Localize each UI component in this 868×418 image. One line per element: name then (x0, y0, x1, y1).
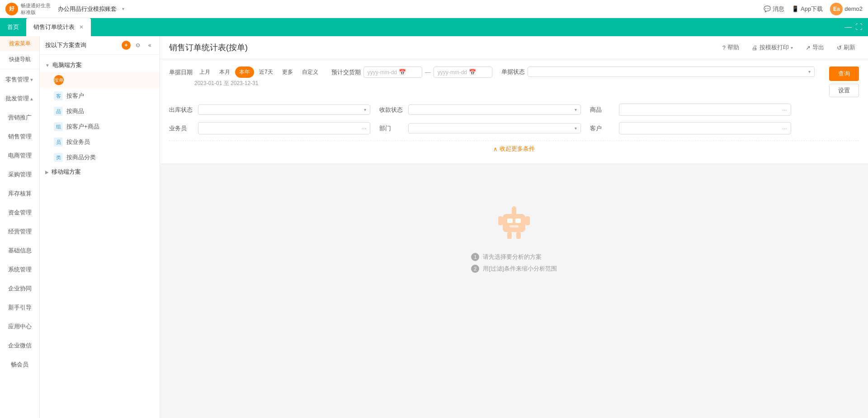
sidebar-item-wechat[interactable]: 企业微信 (0, 336, 39, 355)
sidebar-retail-label: 零售管理 (5, 76, 29, 84)
tree-item-by-salesperson-icon: 员 (54, 138, 63, 147)
collapse-more-btn[interactable]: ∧ 收起更多条件 (169, 141, 859, 157)
app-download-btn[interactable]: 📱 App下载 (792, 5, 823, 13)
header-right: 💬 消息 📱 App下载 Ea demo2 (764, 3, 863, 15)
tab-sales-order-stats[interactable]: 销售订单统计表 ✕ (26, 18, 91, 36)
collapse-label: 收起更多条件 (500, 145, 535, 153)
expected-date-start[interactable]: yyyy-mm-dd 📅 (363, 66, 422, 78)
customer-dots[interactable]: ··· (782, 125, 787, 132)
salesperson-dots[interactable]: ··· (361, 125, 366, 132)
filter-expected-date: 预计交货期 yyyy-mm-dd 📅 — yyyy-mm-dd 📅 (331, 66, 492, 78)
sidebar-item-vip[interactable]: 畅会员 (0, 355, 39, 374)
tab-sales-order-stats-label: 销售订单统计表 (33, 23, 75, 31)
scheme-settings-btn[interactable]: ⊙ (133, 41, 142, 50)
last-7-btn[interactable]: 近7天 (255, 66, 277, 78)
refresh-btn[interactable]: ↺ 刷新 (833, 42, 859, 53)
sidebar-ecommerce-label: 电商管理 (8, 152, 32, 160)
sidebar-wholesale-arrow: ▲ (29, 96, 34, 101)
more-btn[interactable]: 更多 (278, 66, 297, 78)
sidebar-finance-label: 资金管理 (8, 209, 32, 217)
sidebar-item-wholesale[interactable]: 批发管理 ▲ (0, 89, 39, 108)
tree-item-by-customer-icon: 客 (54, 91, 63, 100)
sidebar-inventory-label: 库存核算 (8, 190, 32, 198)
tree-item-by-customer[interactable]: 客 按客户 (40, 88, 160, 104)
sidebar-quick-nav[interactable]: 快捷导航 (0, 51, 39, 68)
ship-status-select[interactable]: ▾ (198, 104, 370, 115)
tree-item-by-product-category[interactable]: 类 按商品分类 (40, 150, 160, 165)
status-select[interactable]: ▾ (528, 66, 815, 77)
sidebar-divider-1 (0, 69, 39, 69)
ship-status-arrow: ▾ (364, 107, 366, 112)
logo-icon: 好 (5, 3, 18, 15)
scheme-add-btn[interactable]: + (122, 41, 131, 50)
this-month-btn[interactable]: 本月 (215, 66, 234, 78)
sidebar-item-appcenter[interactable]: 应用中心 (0, 317, 39, 336)
sidebar-search-menu[interactable]: 搜索菜单 (0, 36, 39, 51)
tab-home[interactable]: 首页 (0, 18, 26, 36)
sidebar-item-purchase[interactable]: 采购管理 (0, 165, 39, 184)
sidebar-item-sales[interactable]: 销售管理 (0, 127, 39, 146)
dept-select[interactable]: ▾ (408, 123, 580, 133)
expected-date-end-placeholder: yyyy-mm-dd (438, 69, 467, 76)
tree-item-by-product[interactable]: 品 按商品 (40, 104, 160, 119)
prev-month-btn[interactable]: 上月 (195, 66, 214, 78)
sidebar-item-inventory[interactable]: 库存核算 (0, 184, 39, 203)
sidebar-purchase-label: 采购管理 (8, 171, 32, 179)
user-menu-btn[interactable]: Ea demo2 (830, 3, 863, 15)
tree-group-pc-header[interactable]: ▼ 电脑端方案 (40, 58, 160, 72)
sidebar-item-operations[interactable]: 经营管理 (0, 222, 39, 241)
quick-dates: 上月 本月 本年 近7天 更多 自定义 (195, 66, 322, 78)
product-dots[interactable]: ··· (782, 106, 787, 113)
settings-btn[interactable]: 设置 (829, 84, 859, 97)
template-print-btn[interactable]: 🖨 按模板打印 ▾ (748, 42, 797, 53)
tab-minimize-icon[interactable]: — (844, 23, 852, 31)
date-range-info: 2023-01-01 至 2023-12-31 (169, 80, 322, 87)
expected-date-end[interactable]: yyyy-mm-dd 📅 (434, 66, 492, 78)
customer-select[interactable]: ··· (619, 122, 791, 134)
sidebar-sales-label: 销售管理 (8, 133, 32, 141)
sidebar-item-newuser[interactable]: 新手引导 (0, 298, 39, 317)
page-actions: ? 帮助 🖨 按模板打印 ▾ ↗ 导出 ↺ 刷新 (719, 42, 859, 53)
help-btn[interactable]: ? 帮助 (719, 42, 743, 53)
empty-tip-1: 1 请先选择要分析的方案 (471, 253, 557, 261)
export-btn[interactable]: ↗ 导出 (802, 42, 828, 53)
empty-state: 1 请先选择要分析的方案 2 用[过滤]条件来缩小分析范围 (160, 164, 868, 309)
tree-item-by-order[interactable]: 按单 (40, 72, 160, 88)
tree-group-pc: ▼ 电脑端方案 按单 客 按客户 品 按商品 (40, 58, 160, 165)
tree-item-by-customer-product[interactable]: 组 按客户+商品 (40, 119, 160, 134)
message-btn[interactable]: 💬 消息 (764, 5, 784, 13)
filter-date-wrap: 单据日期 上月 本月 本年 近7天 更多 自定义 2023-01-01 至 20… (169, 66, 322, 87)
help-icon: ? (722, 44, 726, 51)
sidebar-item-enterprise[interactable]: 企业协同 (0, 279, 39, 298)
tree-item-by-cat-label: 按商品分类 (66, 153, 96, 162)
tree-mobile-label: 移动端方案 (52, 168, 81, 176)
tree-group-mobile-header[interactable]: ▶ 移动端方案 (40, 165, 160, 179)
custom-btn[interactable]: 自定义 (298, 66, 322, 78)
sidebar-item-retail[interactable]: 零售管理 ▼ (0, 70, 39, 89)
header-left: 好 畅捷通好生意 标准版 办公用品行业模拟账套 ▾ (5, 2, 124, 15)
tree-group-mobile: ▶ 移动端方案 (40, 165, 160, 179)
sidebar-item-basic[interactable]: 基础信息 (0, 241, 39, 260)
tab-expand-icon[interactable]: ⛶ (855, 23, 863, 31)
logo-text: 畅捷通好生意 标准版 (21, 2, 51, 15)
svg-rect-3 (509, 225, 519, 228)
filter-area: 单据日期 上月 本月 本年 近7天 更多 自定义 2023-01-01 至 20… (160, 59, 868, 164)
query-btn[interactable]: 查询 (829, 66, 859, 81)
scheme-panel-icons: + ⊙ « (122, 41, 154, 50)
sidebar-item-ecommerce[interactable]: 电商管理 (0, 146, 39, 165)
sidebar-item-marketing[interactable]: 营销推广 (0, 108, 39, 127)
tab-bar: 首页 销售订单统计表 ✕ — ⛶ (0, 18, 868, 36)
receipt-status-select[interactable]: ▾ (408, 104, 580, 115)
sidebar-item-system[interactable]: 系统管理 (0, 260, 39, 279)
tree-item-by-customer-label: 按客户 (66, 92, 84, 100)
this-year-btn[interactable]: 本年 (235, 66, 254, 78)
product-select[interactable]: ··· (619, 104, 791, 116)
sidebar-item-finance[interactable]: 资金管理 (0, 203, 39, 222)
salesperson-select[interactable]: ··· (198, 122, 370, 134)
scheme-collapse-btn[interactable]: « (145, 41, 154, 50)
tree-item-by-salesperson[interactable]: 员 按业务员 (40, 134, 160, 150)
app-title-dropdown[interactable]: ▾ (122, 6, 124, 11)
print-icon: 🖨 (752, 44, 758, 51)
top-header: 好 畅捷通好生意 标准版 办公用品行业模拟账套 ▾ 💬 消息 📱 App下载 E… (0, 0, 868, 18)
tab-close-icon[interactable]: ✕ (79, 24, 84, 30)
